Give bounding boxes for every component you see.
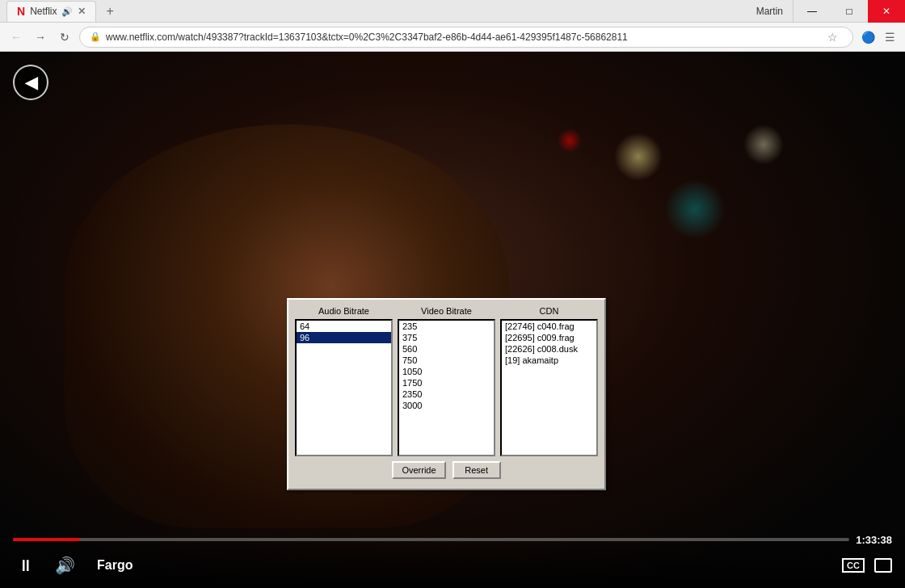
play-pause-button[interactable]: ⏸ xyxy=(13,552,39,578)
cdn-item-19[interactable]: [19] akamaitp xyxy=(502,355,596,366)
refresh-button[interactable]: ↻ xyxy=(55,27,74,47)
tab-title: Netflix xyxy=(30,6,57,17)
extension-icon[interactable]: 🔵 xyxy=(858,29,878,45)
override-button[interactable]: Override xyxy=(392,461,445,479)
pause-icon: ⏸ xyxy=(18,556,34,575)
menu-icon[interactable]: ☰ xyxy=(882,29,899,45)
window-controls: Martin — □ ✕ xyxy=(747,0,905,23)
video-item-2350[interactable]: 2350 xyxy=(399,388,494,400)
new-tab-button[interactable]: + xyxy=(99,1,120,22)
reset-button[interactable]: Reset xyxy=(452,461,501,479)
dialog-buttons: Override Reset xyxy=(295,456,598,482)
url-text: www.netflix.com/watch/493387?trackId=136… xyxy=(106,32,823,43)
tab-close-button[interactable]: ✕ xyxy=(78,6,86,17)
bg-light-1 xyxy=(614,132,663,181)
bg-light-teal xyxy=(663,181,727,237)
movie-title: Fargo xyxy=(97,558,133,573)
back-nav-button[interactable]: ← xyxy=(6,27,26,47)
video-item-560[interactable]: 560 xyxy=(399,343,494,355)
title-bar-left: N Netflix 🔊 ✕ + xyxy=(6,1,120,22)
volume-icon: 🔊 xyxy=(55,556,75,575)
tab-sound-icon[interactable]: 🔊 xyxy=(61,6,73,17)
progress-fill xyxy=(13,538,80,541)
tab-bar: N Netflix 🔊 ✕ + xyxy=(6,1,120,22)
video-bitrate-label: Video Bitrate xyxy=(398,306,495,316)
video-item-235[interactable]: 235 xyxy=(399,321,494,332)
video-bitrate-column: Video Bitrate 235 375 560 750 1050 1750 … xyxy=(398,306,495,456)
audio-item-64[interactable]: 64 xyxy=(297,321,391,332)
subtitles-button[interactable]: CC xyxy=(842,558,865,573)
cdn-item-22626[interactable]: [22626] c008.dusk xyxy=(502,343,596,355)
cdn-column: CDN [22746] c040.frag [22695] c009.frag … xyxy=(500,306,598,456)
bg-red-light xyxy=(558,128,582,153)
back-button[interactable]: ◀ xyxy=(13,65,48,100)
video-item-3000[interactable]: 3000 xyxy=(399,400,494,411)
controls-row: ⏸ 🔊 Fargo CC xyxy=(0,548,905,583)
maximize-button[interactable]: □ xyxy=(831,0,868,23)
video-item-1750[interactable]: 1750 xyxy=(399,377,494,388)
volume-button[interactable]: 🔊 xyxy=(52,552,78,578)
cdn-item-22746[interactable]: [22746] c040.frag xyxy=(502,321,596,332)
dialog-columns: Audio Bitrate 64 96 Video Bitrate 235 37… xyxy=(295,306,598,456)
override-dialog: Audio Bitrate 64 96 Video Bitrate 235 37… xyxy=(287,298,606,490)
forward-nav-button[interactable]: → xyxy=(31,27,50,47)
netflix-tab[interactable]: N Netflix 🔊 ✕ xyxy=(6,1,96,22)
dialog-content: Audio Bitrate 64 96 Video Bitrate 235 37… xyxy=(288,300,604,489)
cdn-listbox[interactable]: [22746] c040.frag [22695] c009.frag [226… xyxy=(500,319,598,456)
close-button[interactable]: ✕ xyxy=(868,0,905,23)
audio-bitrate-listbox[interactable]: 64 96 xyxy=(295,319,393,456)
minimize-button[interactable]: — xyxy=(793,0,831,23)
bookmark-icon[interactable]: ☆ xyxy=(823,31,843,44)
controls-left: ⏸ 🔊 Fargo xyxy=(13,552,842,578)
lock-icon: 🔒 xyxy=(90,32,101,42)
time-display: 1:33:38 xyxy=(856,534,892,546)
video-item-750[interactable]: 750 xyxy=(399,355,494,366)
address-actions: 🔵 ☰ xyxy=(858,29,899,45)
netflix-logo: N xyxy=(17,5,25,18)
bg-light-2 xyxy=(743,124,784,165)
progress-track[interactable] xyxy=(13,538,849,541)
cdn-item-22695[interactable]: [22695] c009.frag xyxy=(502,332,596,343)
controls-right: CC xyxy=(842,558,892,573)
video-area[interactable]: ◀ Audio Bitrate 64 96 Video Bitrate 235 xyxy=(0,52,905,588)
audio-bitrate-column: Audio Bitrate 64 96 xyxy=(295,306,393,456)
video-controls: 1:33:38 ⏸ 🔊 Fargo CC xyxy=(0,531,905,588)
cdn-label: CDN xyxy=(500,306,598,316)
fullscreen-icon xyxy=(874,558,892,573)
title-bar: N Netflix 🔊 ✕ + Martin — □ ✕ xyxy=(0,0,905,23)
video-bitrate-listbox[interactable]: 235 375 560 750 1050 1750 2350 3000 xyxy=(398,319,495,456)
back-arrow-icon: ◀ xyxy=(25,73,37,92)
fullscreen-button[interactable] xyxy=(874,558,892,573)
video-item-375[interactable]: 375 xyxy=(399,332,494,343)
audio-bitrate-label: Audio Bitrate xyxy=(295,306,393,316)
address-input[interactable]: 🔒 www.netflix.com/watch/493387?trackId=1… xyxy=(79,27,853,48)
user-name: Martin xyxy=(747,0,793,23)
video-item-1050[interactable]: 1050 xyxy=(399,366,494,377)
progress-bar-area: 1:33:38 xyxy=(0,531,905,548)
address-bar: ← → ↻ 🔒 www.netflix.com/watch/493387?tra… xyxy=(0,23,905,52)
subtitles-icon: CC xyxy=(842,558,865,573)
audio-item-96[interactable]: 96 xyxy=(297,332,391,343)
